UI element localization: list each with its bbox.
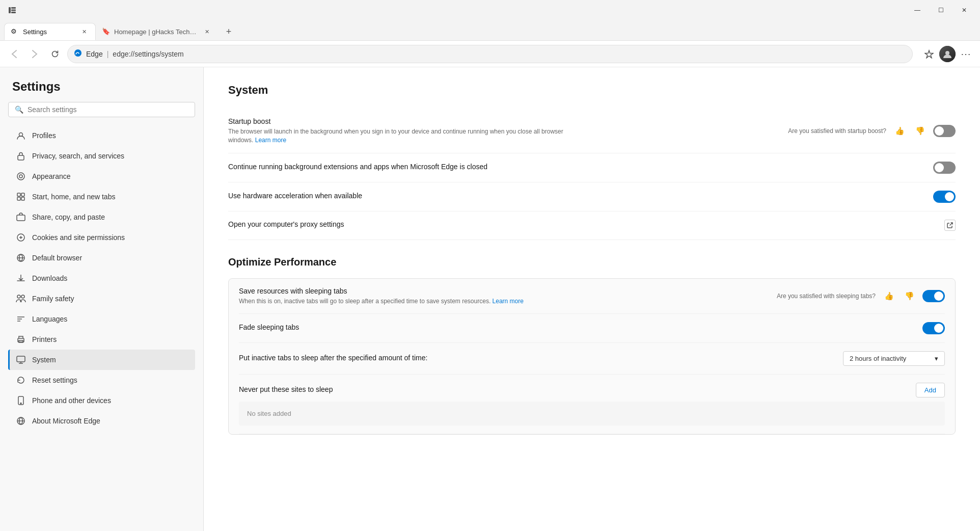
fade-sleeping-left: Fade sleeping tabs: [239, 323, 922, 333]
fade-sleeping-toggle[interactable]: [922, 322, 945, 334]
startup-boost-thumb: [935, 126, 944, 136]
fade-sleeping-thumb: [934, 324, 943, 333]
background-extensions-title: Continue running background extensions a…: [228, 163, 933, 171]
proxy-settings-left: Open your computer's proxy settings: [228, 220, 944, 230]
sidebar-item-cookies[interactable]: Cookies and site permissions: [8, 227, 195, 248]
close-button[interactable]: ✕: [952, 2, 976, 18]
more-button[interactable]: ⋯: [958, 46, 974, 62]
sidebar-item-phone[interactable]: Phone and other devices: [8, 390, 195, 411]
sleeping-thumbdown-button[interactable]: 👎: [902, 289, 916, 303]
sleeping-tabs-toggle[interactable]: [922, 290, 945, 302]
sleeping-learn-more-link[interactable]: Learn more: [493, 298, 524, 305]
about-icon: [16, 416, 26, 426]
printers-label: Printers: [32, 335, 57, 343]
default-browser-icon: [16, 253, 26, 263]
about-label: About Microsoft Edge: [32, 417, 100, 425]
sidebar-item-start[interactable]: Start, home, and new tabs: [8, 187, 195, 207]
back-button[interactable]: [6, 46, 22, 62]
sidebar-item-default-browser[interactable]: Default browser: [8, 248, 195, 268]
tab-settings[interactable]: ⚙ Settings ✕: [4, 23, 96, 40]
system-icon: [16, 355, 26, 365]
hardware-acceleration-title: Use hardware acceleration when available: [228, 192, 933, 200]
svg-rect-1: [11, 7, 16, 9]
forward-button[interactable]: [26, 46, 43, 62]
background-extensions-toggle[interactable]: [933, 162, 956, 174]
hardware-acceleration-left: Use hardware acceleration when available: [228, 192, 933, 202]
sidebar-item-printers[interactable]: Printers: [8, 329, 195, 350]
tabbar: ⚙ Settings ✕ 🔖 Homepage | gHacks Technol…: [0, 20, 980, 41]
family-icon: [16, 294, 26, 304]
addressbar: Edge | edge://settings/system ⋯: [0, 41, 980, 67]
startup-thumbup-button[interactable]: 👍: [892, 124, 907, 138]
sidebar-item-privacy[interactable]: Privacy, search, and services: [8, 146, 195, 166]
sidebar-item-reset[interactable]: Reset settings: [8, 370, 195, 390]
tab-homepage[interactable]: 🔖 Homepage | gHacks Technology ✕: [96, 23, 218, 40]
sidebar-item-system[interactable]: System: [8, 350, 195, 370]
svg-rect-14: [17, 215, 25, 221]
start-icon: [16, 192, 26, 202]
refresh-button[interactable]: [47, 46, 63, 62]
no-sites-placeholder: No sites added: [239, 402, 945, 426]
tab-settings-label: Settings: [23, 28, 75, 36]
sidebar-item-languages[interactable]: Languages: [8, 309, 195, 329]
sidebar-item-profiles[interactable]: Profiles: [8, 125, 195, 146]
startup-thumbdown-button[interactable]: 👎: [913, 124, 927, 138]
main-content: System Startup boost The browser will la…: [204, 67, 980, 531]
toolbar-actions: ⋯: [921, 46, 974, 62]
svg-rect-10: [17, 193, 20, 196]
proxy-settings-right: [944, 220, 956, 231]
appearance-icon: [16, 171, 26, 181]
svg-rect-20: [19, 340, 23, 342]
maximize-button[interactable]: ☐: [929, 2, 952, 18]
sleeping-tabs-thumb: [934, 291, 943, 301]
perf-card: Save resources with sleeping tabs When t…: [228, 278, 956, 435]
minimize-button[interactable]: —: [906, 2, 929, 18]
profiles-icon: [16, 130, 26, 141]
svg-point-4: [74, 49, 81, 57]
sidebar-toggle-button[interactable]: [4, 2, 20, 18]
profile-button[interactable]: [939, 46, 956, 62]
fade-sleeping-right: [922, 322, 945, 334]
default-browser-label: Default browser: [32, 254, 82, 262]
startup-boost-track: [933, 125, 956, 137]
startup-boost-title: Startup boost: [228, 117, 788, 125]
privacy-label: Privacy, search, and services: [32, 152, 124, 160]
tab-homepage-close-button[interactable]: ✕: [202, 26, 212, 37]
tab-settings-close-button[interactable]: ✕: [79, 26, 89, 37]
startup-boost-desc: The browser will launch in the backgroun…: [228, 127, 585, 145]
svg-rect-12: [17, 197, 20, 200]
address-field[interactable]: Edge | edge://settings/system: [67, 45, 913, 63]
search-settings-input[interactable]: [28, 105, 188, 114]
startup-learn-more-link[interactable]: Learn more: [255, 137, 286, 144]
sidebar-item-share[interactable]: Share, copy, and paste: [8, 207, 195, 227]
tab-homepage-label: Homepage | gHacks Technology: [114, 28, 198, 36]
startup-boost-left: Startup boost The browser will launch in…: [228, 117, 788, 145]
inactive-sleep-item: Put inactive tabs to sleep after the spe…: [239, 343, 945, 375]
proxy-settings-item: Open your computer's proxy settings: [228, 211, 956, 240]
hardware-acceleration-toggle[interactable]: [933, 191, 956, 203]
sidebar-item-appearance[interactable]: Appearance: [8, 166, 195, 187]
favorites-button[interactable]: [921, 46, 937, 62]
startup-boost-toggle[interactable]: [933, 125, 956, 137]
languages-label: Languages: [32, 315, 67, 323]
inactive-sleep-dropdown[interactable]: 2 hours of inactivity ▾: [843, 351, 945, 366]
profiles-label: Profiles: [32, 131, 56, 140]
sidebar-title: Settings: [8, 79, 195, 94]
printers-icon: [16, 334, 26, 344]
sidebar-item-family[interactable]: Family safety: [8, 288, 195, 309]
inactive-sleep-value: 2 hours of inactivity: [850, 355, 906, 362]
search-settings-box[interactable]: 🔍: [8, 102, 195, 117]
new-tab-button[interactable]: +: [220, 23, 237, 40]
hardware-acceleration-thumb: [945, 192, 954, 201]
sidebar-item-about[interactable]: About Microsoft Edge: [8, 411, 195, 431]
languages-icon: [16, 314, 26, 324]
sleeping-thumbup-button[interactable]: 👍: [882, 289, 896, 303]
sleeping-tabs-item: Save resources with sleeping tabs When t…: [239, 279, 945, 314]
sidebar-item-downloads[interactable]: Downloads: [8, 268, 195, 288]
background-extensions-right: [933, 162, 956, 174]
proxy-external-link-icon[interactable]: [944, 220, 956, 231]
homepage-favicon-icon: 🔖: [102, 28, 110, 36]
phone-icon: [16, 395, 26, 406]
never-sleep-add-button[interactable]: Add: [916, 383, 945, 397]
address-url-text: edge://settings/system: [113, 50, 183, 58]
